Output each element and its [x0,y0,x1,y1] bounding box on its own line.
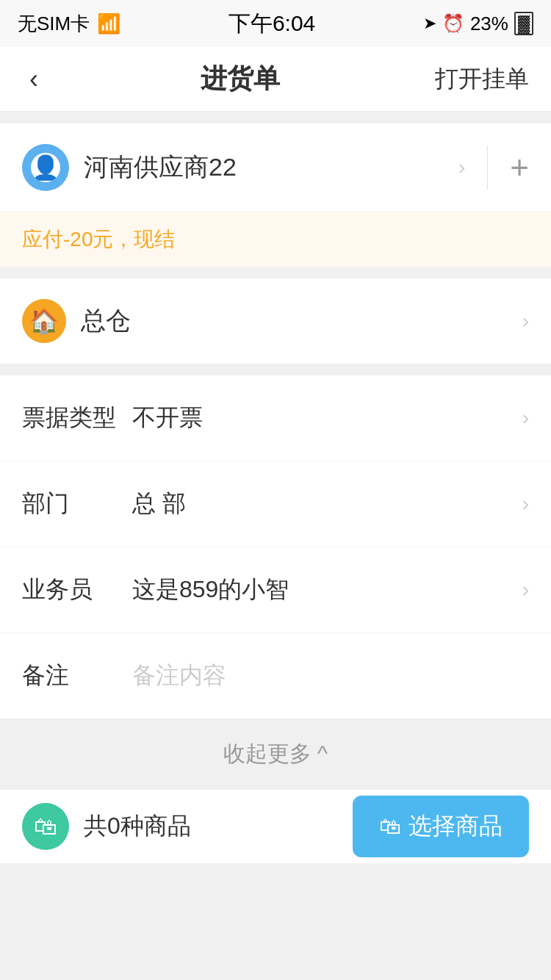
form-row-remark[interactable]: 备注 备注内容 [0,633,551,718]
warehouse-name: 总仓 [81,304,522,338]
add-button[interactable]: + [510,151,529,184]
department-chevron-icon: › [522,492,529,516]
supplier-row[interactable]: 👤 河南供应商22 › + [0,123,551,212]
department-value: 总 部 [118,488,522,520]
wifi-icon: 📶 [97,12,120,35]
battery-icon: ▓ [514,12,533,35]
salesperson-value: 这是859的小智 [118,574,522,606]
select-product-label: 选择商品 [408,810,503,843]
avatar-inner: 👤 [31,153,60,182]
select-product-icon: 🛍 [379,814,401,839]
product-bar: 🛍 共0种商品 🛍 选择商品 [0,790,551,863]
notice-bar: 应付-20元，现结 [0,212,551,267]
alarm-icon: ⏰ [442,13,464,34]
salesperson-chevron-icon: › [522,578,529,602]
product-icon: 🛍 [34,813,57,840]
product-count: 共0种商品 [84,810,353,843]
warehouse-icon-wrap: 🏠 [22,299,66,343]
department-label: 部门 [22,488,118,520]
location-icon: ➤ [423,14,436,33]
status-bar-left: 无SIM卡 📶 [18,11,120,37]
open-pending-button[interactable]: 打开挂单 [435,63,529,96]
warehouse-icon: 🏠 [29,307,59,335]
supplier-actions: › + [458,145,529,190]
status-bar-right: ➤ ⏰ 23% ▓ [423,12,533,35]
invoice-type-label: 票据类型 [22,402,118,434]
supplier-section: 👤 河南供应商22 › + 应付-20元，现结 [0,123,551,267]
back-button[interactable]: ‹ [22,57,46,102]
warehouse-row[interactable]: 🏠 总仓 › [0,278,551,364]
carrier-text: 无SIM卡 [18,11,90,37]
form-row-salesperson[interactable]: 业务员 这是859的小智 › [0,547,551,633]
form-row-department[interactable]: 部门 总 部 › [0,461,551,547]
supplier-avatar: 👤 [22,144,69,191]
battery-text: 23% [470,12,508,35]
warehouse-section: 🏠 总仓 › [0,278,551,364]
form-row-invoice-type[interactable]: 票据类型 不开票 › [0,375,551,461]
separator [487,145,488,190]
background-fill [0,863,551,980]
collapse-bar[interactable]: 收起更多 ^ [0,718,551,790]
page-title: 进货单 [201,61,280,97]
status-bar: 无SIM卡 📶 下午6:04 ➤ ⏰ 23% ▓ [0,0,551,47]
status-bar-time: 下午6:04 [228,9,315,39]
warehouse-chevron-icon: › [522,309,529,333]
select-product-button[interactable]: 🛍 选择商品 [353,796,529,857]
remark-label: 备注 [22,660,118,692]
supplier-name: 河南供应商22 [84,151,458,184]
remark-input[interactable]: 备注内容 [118,660,529,692]
chevron-right-icon: › [458,156,465,179]
form-section: 票据类型 不开票 › 部门 总 部 › 业务员 这是859的小智 › 备注 备注… [0,375,551,718]
person-icon: 👤 [31,156,60,179]
nav-bar: ‹ 进货单 打开挂单 [0,47,551,112]
invoice-type-value: 不开票 [118,402,522,434]
salesperson-label: 业务员 [22,574,118,606]
product-icon-wrap: 🛍 [22,803,69,850]
invoice-type-chevron-icon: › [522,406,529,430]
